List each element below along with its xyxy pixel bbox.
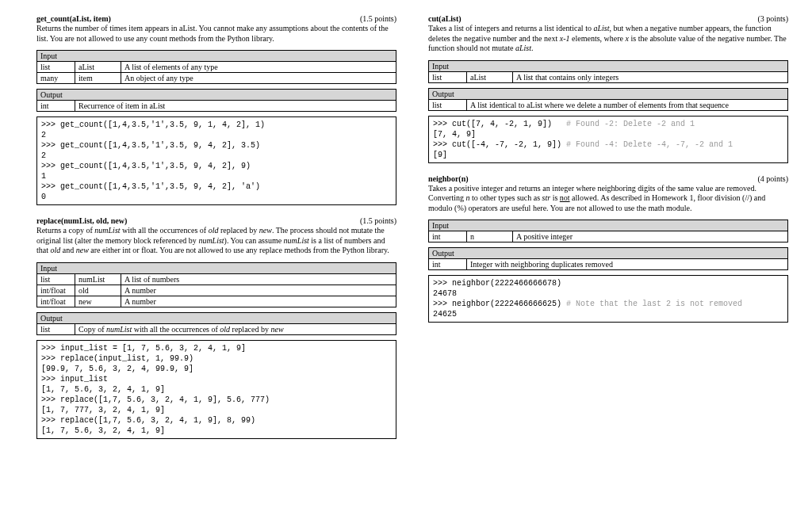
cell: list bbox=[37, 62, 75, 73]
cell: list bbox=[37, 323, 75, 334]
output-table: Output int Recurrence of item in aList bbox=[36, 89, 396, 112]
func-header: neighbor(n) (4 points) bbox=[428, 174, 788, 183]
func-header: get_count(aList, item) (1.5 points) bbox=[36, 14, 396, 23]
code: [9] bbox=[433, 151, 447, 159]
func-sig: cut(aList) bbox=[428, 14, 462, 23]
func-desc: Takes a list of integers and returns a l… bbox=[428, 24, 788, 54]
cell: A positive integer bbox=[513, 231, 788, 242]
func-points: (1.5 points) bbox=[360, 14, 396, 23]
cell: int bbox=[429, 259, 467, 270]
input-header: Input bbox=[37, 51, 396, 62]
func-desc: Returns the number of times item appears… bbox=[36, 24, 396, 44]
page: get_count(aList, item) (1.5 points) Retu… bbox=[0, 0, 812, 527]
cell: aList bbox=[75, 62, 121, 73]
func-header: replace(numList, old, new) (1.5 points) bbox=[36, 216, 396, 225]
func-cut: cut(aList) (3 points) Takes a list of in… bbox=[428, 14, 788, 163]
input-table: Input list aList A list that contains on… bbox=[428, 60, 788, 83]
func-sig: neighbor(n) bbox=[428, 174, 469, 183]
cell: list bbox=[429, 99, 467, 110]
cell: int/float bbox=[37, 296, 75, 307]
cell: A list that contains only integers bbox=[513, 71, 788, 82]
input-header: Input bbox=[429, 60, 788, 71]
code-example: >>> get_count([1,4,3.5,'1',3.5, 9, 1, 4,… bbox=[36, 116, 396, 205]
cell: Copy of numList with all the occurrences… bbox=[75, 323, 396, 334]
cell: item bbox=[75, 73, 121, 84]
func-desc: Returns a copy of numList with all the o… bbox=[36, 226, 396, 256]
func-replace: replace(numList, old, new) (1.5 points) … bbox=[36, 216, 396, 439]
func-header: cut(aList) (3 points) bbox=[428, 14, 788, 23]
cell: numList bbox=[75, 273, 121, 285]
left-column: get_count(aList, item) (1.5 points) Retu… bbox=[36, 14, 396, 519]
cell: list bbox=[37, 273, 75, 285]
cell: many bbox=[37, 73, 75, 84]
cell: int bbox=[37, 101, 75, 112]
func-sig: replace(numList, old, new) bbox=[36, 216, 127, 225]
cell: An object of any type bbox=[121, 73, 396, 84]
input-table: Input list numList A list of numbers int… bbox=[36, 262, 396, 307]
input-table: Input list aList A list of elements of a… bbox=[36, 50, 396, 84]
cell: A number bbox=[121, 296, 396, 307]
input-header: Input bbox=[37, 262, 396, 273]
func-points: (4 points) bbox=[757, 174, 788, 183]
code-example: >>> input_list = [1, 7, 5.6, 3, 2, 4, 1,… bbox=[36, 340, 396, 439]
output-header: Output bbox=[37, 312, 396, 323]
output-header: Output bbox=[429, 88, 788, 99]
cell: int/float bbox=[37, 285, 75, 296]
cell: new bbox=[75, 296, 121, 307]
cell: A list of elements of any type bbox=[121, 62, 396, 73]
cell: old bbox=[75, 285, 121, 296]
func-get-count: get_count(aList, item) (1.5 points) Retu… bbox=[36, 14, 396, 205]
code: >>> neighbor(2222466666678) 24678 >>> ne… bbox=[433, 279, 566, 308]
cell: A list identical to aList where we delet… bbox=[467, 99, 788, 110]
output-header: Output bbox=[37, 90, 396, 101]
code-comment: # Found -2: Delete -2 and 1 bbox=[566, 120, 695, 128]
output-table: Output int Integer with neighboring dupl… bbox=[428, 247, 788, 270]
code: 24625 bbox=[433, 310, 457, 319]
cell: Recurrence of item in aList bbox=[75, 101, 396, 112]
output-table: Output list Copy of numList with all the… bbox=[36, 312, 396, 335]
func-sig: get_count(aList, item) bbox=[36, 14, 111, 23]
code: >>> cut([7, 4, -2, 1, 9]) bbox=[433, 120, 566, 128]
output-header: Output bbox=[429, 248, 788, 259]
code-example: >>> neighbor(2222466666678) 24678 >>> ne… bbox=[428, 275, 788, 323]
input-table: Input int n A positive integer bbox=[428, 220, 788, 242]
output-table: Output list A list identical to aList wh… bbox=[428, 88, 788, 111]
cell: Integer with neighboring duplicates remo… bbox=[467, 259, 788, 270]
cell: A list of numbers bbox=[121, 273, 396, 285]
func-neighbor: neighbor(n) (4 points) Takes a positive … bbox=[428, 174, 788, 323]
cell: n bbox=[467, 231, 513, 242]
cell: A number bbox=[121, 285, 396, 296]
code-comment: # Note that the last 2 is not removed bbox=[566, 300, 742, 308]
code: [7, 4, 9] >>> cut([-4, -7, -2, 1, 9]) bbox=[433, 130, 566, 149]
code-comment: # Found -4: Delete -4, -7, -2 and 1 bbox=[566, 140, 733, 149]
right-column: cut(aList) (3 points) Takes a list of in… bbox=[428, 14, 788, 519]
func-points: (1.5 points) bbox=[360, 216, 396, 225]
code-example: >>> cut([7, 4, -2, 1, 9]) # Found -2: De… bbox=[428, 116, 788, 163]
input-header: Input bbox=[429, 220, 788, 231]
func-desc: Takes a positive integer and returns an … bbox=[428, 184, 788, 214]
cell: list bbox=[429, 71, 467, 82]
cell: aList bbox=[467, 71, 513, 82]
func-points: (3 points) bbox=[757, 14, 788, 23]
cell: int bbox=[429, 231, 467, 242]
